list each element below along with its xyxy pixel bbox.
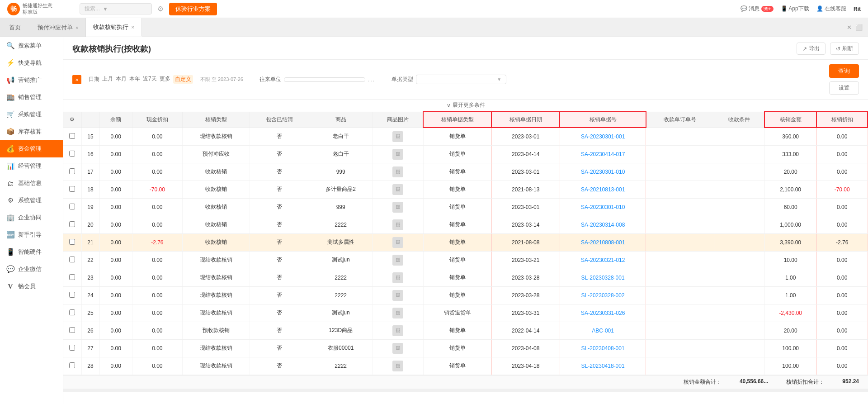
doc-no-link[interactable]: SA-20230301-010 bbox=[581, 169, 625, 175]
table-cell: 2222 bbox=[309, 216, 373, 233]
sidebar-item-corp[interactable]: 🏢 企业协同 bbox=[0, 209, 63, 226]
online-service[interactable]: 👤 在线客服 bbox=[816, 5, 846, 13]
table-cell[interactable]: SA-20230414-017 bbox=[560, 145, 646, 163]
row-checkbox[interactable] bbox=[69, 221, 75, 227]
app-download[interactable]: 📱 App下载 bbox=[781, 5, 809, 13]
sidebar-item-purchase[interactable]: 🛒 采购管理 bbox=[0, 106, 63, 123]
row-checkbox[interactable] bbox=[69, 327, 75, 333]
row-checkbox[interactable] bbox=[69, 168, 75, 174]
table-cell[interactable]: SA-20230301-001 bbox=[560, 128, 646, 145]
filter-expand-button[interactable]: » bbox=[72, 75, 81, 84]
sidebar-item-wechat[interactable]: 💬 企业微信 bbox=[0, 261, 63, 278]
date-custom[interactable]: 自定义 bbox=[173, 75, 193, 84]
row-checkbox[interactable] bbox=[69, 362, 75, 368]
doc-no-link[interactable]: ABC-001 bbox=[592, 328, 614, 334]
doc-no-link[interactable]: SA-20230331-026 bbox=[581, 310, 625, 316]
tab-collection[interactable]: 收款核销执行 × bbox=[86, 18, 142, 37]
date-this-month[interactable]: 本月 bbox=[116, 75, 127, 84]
sidebar-item-sales[interactable]: 🏬 销售管理 bbox=[0, 89, 63, 106]
sidebar-item-guide[interactable]: 🆕 新手引导 bbox=[0, 226, 63, 243]
row-checkbox[interactable] bbox=[69, 133, 75, 139]
sidebar-item-quicknav[interactable]: ⚡ 快捷导航 bbox=[0, 54, 63, 71]
table-cell[interactable]: SA-20230314-008 bbox=[560, 216, 646, 233]
doc-no-link[interactable]: SL-20230328-001 bbox=[581, 275, 625, 281]
table-cell[interactable]: SA-20210813-001 bbox=[560, 181, 646, 198]
doc-no-link[interactable]: SL-20230408-001 bbox=[581, 345, 625, 352]
doc-no-link[interactable]: SA-20230321-012 bbox=[581, 257, 625, 263]
maximize-icon[interactable]: ⬜ bbox=[855, 24, 863, 31]
top-search-bar[interactable]: 搜索... ▼ bbox=[80, 3, 152, 14]
industry-btn[interactable]: 休验行业方案 bbox=[169, 3, 217, 15]
marketing-icon: 📢 bbox=[6, 76, 14, 84]
expand-more-bar[interactable]: ∨ 展开更多条件 bbox=[63, 100, 868, 111]
horizontal-scrollbar[interactable] bbox=[63, 389, 868, 392]
gear-icon[interactable]: ⚙ bbox=[157, 5, 164, 13]
date-this-year[interactable]: 本年 bbox=[129, 75, 140, 84]
row-checkbox[interactable] bbox=[69, 151, 75, 157]
row-checkbox[interactable] bbox=[69, 257, 75, 262]
sidebar-item-inventory[interactable]: 📦 库存核算 bbox=[0, 123, 63, 140]
col-settings[interactable]: ⚙ bbox=[63, 112, 81, 128]
row-checkbox[interactable] bbox=[69, 186, 75, 192]
table-cell[interactable]: SA-20230301-010 bbox=[560, 163, 646, 181]
refresh-icon: ↺ bbox=[836, 46, 840, 52]
doc-type-select[interactable]: ▼ bbox=[416, 75, 506, 84]
col-cash-discount: 现金折扣 bbox=[132, 112, 182, 128]
table-cell: 销货单 bbox=[423, 233, 491, 251]
doc-no-link[interactable]: SA-20230414-017 bbox=[581, 151, 625, 157]
tab-collection-close[interactable]: × bbox=[131, 24, 134, 30]
refresh-button[interactable]: ↺ 刷新 bbox=[830, 43, 859, 55]
sidebar-item-basic[interactable]: 🗂 基础信息 bbox=[0, 175, 63, 192]
export-button[interactable]: ↗ 导出 bbox=[797, 43, 826, 55]
table-cell[interactable]: ABC-001 bbox=[560, 322, 646, 339]
row-checkbox[interactable] bbox=[69, 204, 75, 209]
table-cell: -2.76 bbox=[132, 233, 182, 251]
tab-home[interactable]: 首页 bbox=[0, 18, 30, 37]
row-checkbox[interactable] bbox=[69, 292, 75, 298]
tab-prepay[interactable]: 预付冲应付单 × bbox=[30, 18, 86, 37]
doc-no-link[interactable]: SA-20230314-008 bbox=[581, 222, 625, 228]
table-cell bbox=[63, 357, 81, 375]
table-container[interactable]: ⚙ 余额 现金折扣 核销类型 包含已结清 商品 商品图片 核销单据类型 核销单据… bbox=[63, 111, 868, 404]
sidebar-item-business[interactable]: 📊 经营管理 bbox=[0, 157, 63, 175]
sidebar-item-search[interactable]: 🔍 搜索菜单 bbox=[0, 37, 63, 54]
row-checkbox[interactable] bbox=[69, 274, 75, 280]
doc-no-link[interactable]: SA-20230301-010 bbox=[581, 204, 625, 210]
table-cell[interactable]: SA-20210808-001 bbox=[560, 233, 646, 251]
date-last-month[interactable]: 上月 bbox=[102, 75, 113, 84]
col-type: 核销类型 bbox=[182, 112, 250, 128]
doc-no-link[interactable]: SL-20230418-001 bbox=[581, 363, 625, 369]
query-button[interactable]: 查询 bbox=[829, 64, 859, 78]
doc-no-link[interactable]: SL-20230328-002 bbox=[581, 292, 625, 299]
doc-no-link[interactable]: SA-20210808-001 bbox=[581, 239, 625, 246]
doc-no-link[interactable]: SA-20210813-001 bbox=[581, 186, 625, 193]
row-checkbox[interactable] bbox=[69, 345, 75, 351]
table-cell[interactable]: SL-20230418-001 bbox=[560, 357, 646, 375]
table-cell[interactable]: SA-20230321-012 bbox=[560, 251, 646, 269]
sidebar-item-hardware[interactable]: 📱 智能硬件 bbox=[0, 243, 63, 261]
sidebar-item-member[interactable]: V 畅会员 bbox=[0, 278, 63, 295]
date-7days[interactable]: 近7天 bbox=[143, 75, 157, 84]
sidebar-item-finance[interactable]: 💰 资金管理 bbox=[0, 140, 63, 157]
date-more[interactable]: 更多 bbox=[160, 75, 170, 84]
table-cell: 2023-03-28 bbox=[491, 286, 560, 304]
table-cell[interactable]: SL-20230328-002 bbox=[560, 286, 646, 304]
row-checkbox[interactable] bbox=[69, 309, 75, 315]
sidebar-item-marketing[interactable]: 📢 营销推广 bbox=[0, 71, 63, 89]
unit-input[interactable] bbox=[284, 77, 365, 82]
doc-no-link[interactable]: SA-20230301-001 bbox=[581, 133, 625, 140]
table-cell[interactable]: SL-20230328-001 bbox=[560, 269, 646, 286]
sidebar-label-purchase: 采购管理 bbox=[18, 110, 42, 119]
tab-prepay-close[interactable]: × bbox=[75, 25, 78, 30]
row-checkbox[interactable] bbox=[69, 239, 75, 245]
settings-button[interactable]: 设置 bbox=[829, 81, 859, 95]
table-cell: 0.00 bbox=[99, 339, 132, 357]
close-window-icon[interactable]: ✕ bbox=[847, 24, 852, 31]
sidebar-item-system[interactable]: ⚙ 系统管理 bbox=[0, 192, 63, 209]
table-row: 170.000.00收款核销否999🖼销货单2023-03-01SA-20230… bbox=[63, 163, 868, 181]
notification-icon[interactable]: 💬 消息 99+ bbox=[741, 5, 774, 13]
table-cell[interactable]: SA-20230331-026 bbox=[560, 304, 646, 322]
table-cell[interactable]: SA-20230301-010 bbox=[560, 198, 646, 216]
table-cell[interactable]: SL-20230408-001 bbox=[560, 339, 646, 357]
table-cell: 0.00 bbox=[99, 216, 132, 233]
